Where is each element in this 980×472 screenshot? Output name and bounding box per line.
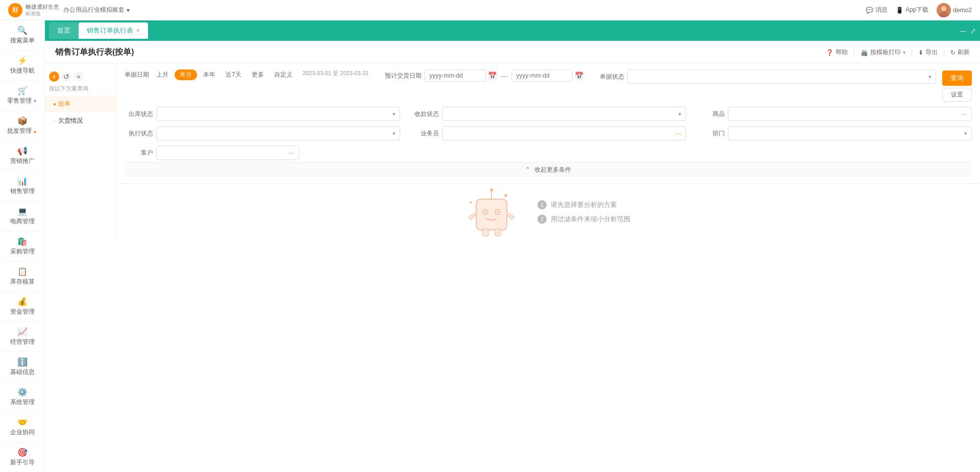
sidebar-item-system[interactable]: ⚙️ 系统管理	[0, 382, 44, 412]
sidebar-item-inventory[interactable]: 📋 库存核算	[0, 262, 44, 292]
goods-input[interactable]: ···	[728, 107, 972, 121]
app-download-label: App下载	[905, 6, 928, 14]
dept-select[interactable]: ▾	[728, 126, 972, 140]
sidebar-item-label: 搜索菜单	[2, 36, 42, 45]
doc-status-select[interactable]: ▾	[627, 69, 936, 84]
sidebar-item-wholesale[interactable]: 📦 批发管理 ▲	[0, 111, 44, 141]
goods-cell: 商品 ···	[696, 107, 972, 121]
message-btn[interactable]: 💬 消息	[866, 6, 888, 14]
date-tab-custom[interactable]: 自定义	[270, 69, 297, 80]
chevron-down-icon: ▼	[33, 99, 37, 104]
sidebar-item-label: 营销推广	[2, 157, 42, 166]
app-download-btn[interactable]: 📱 App下载	[896, 6, 928, 14]
page-content: 销售订单执行表(按单) ❓ 帮助 🖨️ 按模板打印 ▾	[45, 41, 980, 472]
chevron-down-icon: ▾	[393, 130, 396, 137]
exec-cell: 执行状态 ▾	[125, 126, 400, 140]
dots-icon[interactable]: ···	[961, 110, 967, 118]
basicinfo-icon: ℹ️	[2, 357, 42, 367]
salesperson-input[interactable]: ···	[442, 126, 686, 140]
sidebar-item-label: 经营管理	[2, 338, 42, 346]
date-tab-lastmonth[interactable]: 上月	[152, 69, 173, 80]
sidebar-item-retail[interactable]: 🛒 零售管理 ▼	[0, 81, 44, 111]
receive-cell: 收款状态 ▾	[410, 107, 686, 121]
user-menu[interactable]: demo2	[937, 3, 972, 17]
date-dash: —	[499, 72, 509, 80]
date-tab-thismonth[interactable]: 本月	[175, 69, 197, 80]
empty-illustration: ✦ ✦	[466, 184, 517, 240]
page-inner: 销售订单执行表(按单) ❓ 帮助 🖨️ 按模板打印 ▾	[45, 41, 980, 472]
sidebar-item-operations[interactable]: 📈 经营管理	[0, 322, 44, 352]
collapse-filters-btn[interactable]: ⌃ 收起更多条件	[125, 162, 972, 177]
sidebar-item-basicinfo[interactable]: ℹ️ 基础信息	[0, 352, 44, 382]
finance-icon: 💰	[2, 297, 42, 306]
sub-nav-item-shortage[interactable]: ○ 欠货情况	[45, 112, 116, 129]
sidebar-item-marketing[interactable]: 📢 营销推广	[0, 141, 44, 171]
outbound-select[interactable]: ▾	[156, 107, 400, 121]
print-btn[interactable]: 🖨️ 按模板打印 ▾	[861, 48, 905, 57]
sidebar-item-sales[interactable]: 📊 销售管理	[0, 171, 44, 201]
refresh-btn[interactable]: ↻ 刷新	[950, 48, 970, 57]
tab-minimize-icon[interactable]: —	[960, 27, 966, 35]
svg-rect-3	[476, 199, 507, 230]
date-tab-last7days[interactable]: 近7天	[222, 69, 246, 80]
page-actions: ❓ 帮助 🖨️ 按模板打印 ▾ ⬇ 导出	[826, 48, 970, 57]
sidebar-item-finance[interactable]: 💰 资金管理	[0, 292, 44, 322]
breadcrumb-area: 办公用品行业模拟账套 ▾	[63, 6, 130, 14]
dots-icon[interactable]: ···	[288, 149, 295, 157]
doc-status-group: 单据状态 ▾	[600, 69, 936, 84]
logo-icon: 好	[8, 3, 22, 17]
sidebar-item-guide[interactable]: 🎯 新手引导	[0, 442, 44, 472]
collapse-subnav-btn[interactable]: «	[74, 72, 84, 82]
sub-nav-item-byorder[interactable]: ● 按单	[45, 96, 116, 112]
date-tab-thisyear[interactable]: 本年	[199, 69, 219, 80]
settings-btn[interactable]: 设置	[942, 88, 972, 102]
receive-select[interactable]: ▾	[442, 107, 686, 121]
operations-icon: 📈	[2, 327, 42, 337]
expected-date-group: 预计交货日期 📅 — 📅	[385, 69, 583, 82]
username-label: demo2	[953, 7, 972, 14]
sidebar-item-label: 新手引导	[2, 458, 42, 467]
sidebar-item-purchase[interactable]: 🛍️ 采购管理	[0, 231, 44, 262]
sidebar-item-label: 批发管理	[7, 127, 32, 135]
help-btn[interactable]: ❓ 帮助	[826, 48, 848, 57]
tab-home[interactable]: 首页	[49, 22, 79, 39]
logo-sub-text: 标准版	[26, 10, 59, 17]
help-label: 帮助	[836, 48, 848, 57]
refresh-scheme-btn[interactable]: ↺	[61, 72, 71, 82]
tab-close-icon[interactable]: ×	[136, 27, 140, 34]
message-icon: 💬	[866, 7, 873, 14]
breadcrumb-text: 办公用品行业模拟账套	[63, 6, 125, 14]
dots-icon[interactable]: ···	[675, 129, 681, 137]
help-icon: ❓	[826, 49, 834, 56]
sidebar-item-search[interactable]: 🔍 搜索菜单	[0, 20, 44, 51]
breadcrumb-dropdown-icon[interactable]: ▾	[127, 7, 130, 14]
chevron-up-icon: ⌃	[525, 166, 530, 173]
tab-expand-icon[interactable]: ⤢	[970, 27, 976, 35]
svg-point-10	[490, 188, 493, 192]
chevron-down-icon: ▾	[964, 130, 967, 137]
page-title: 销售订单执行表(按单)	[55, 47, 134, 58]
sidebar-item-ecommerce[interactable]: 💻 电商管理	[0, 201, 44, 231]
goods-label: 商品	[696, 110, 725, 119]
exec-select[interactable]: ▾	[156, 126, 400, 140]
query-btn[interactable]: 查询	[942, 70, 972, 86]
expected-date-to-input[interactable]	[511, 69, 573, 82]
calendar-to-icon[interactable]: 📅	[575, 72, 583, 80]
filter-panel: 单据日期 上月 本月 本年 近7天 更多 自定义	[116, 63, 980, 184]
add-scheme-btn[interactable]: +	[49, 72, 59, 82]
doc-status-label: 单据状态	[600, 73, 624, 81]
expected-date-from-input[interactable]	[425, 69, 486, 82]
sidebar-item-enterprise[interactable]: 🤝 企业协同	[0, 412, 44, 442]
export-btn[interactable]: ⬇ 导出	[918, 48, 938, 57]
sidebar-item-quicknav[interactable]: ⚡ 快捷导航	[0, 51, 44, 81]
salesperson-label: 业务员	[410, 129, 439, 138]
content-area: 首页 销售订单执行表 × — ⤢ 销售订单执行表(按单) ❓	[45, 20, 980, 472]
calendar-from-icon[interactable]: 📅	[488, 72, 497, 80]
date-tab-more[interactable]: 更多	[248, 69, 268, 80]
customer-input[interactable]: ···	[156, 146, 299, 160]
sidebar-item-label: 快捷导航	[2, 66, 42, 75]
filter-row-4: 客户 ···	[125, 146, 972, 160]
expected-date-label: 预计交货日期	[385, 72, 422, 80]
tab-sales-exec[interactable]: 销售订单执行表 ×	[79, 22, 148, 39]
empty-step-2: 2 用过滤条件来缩小分析范围	[537, 215, 630, 224]
